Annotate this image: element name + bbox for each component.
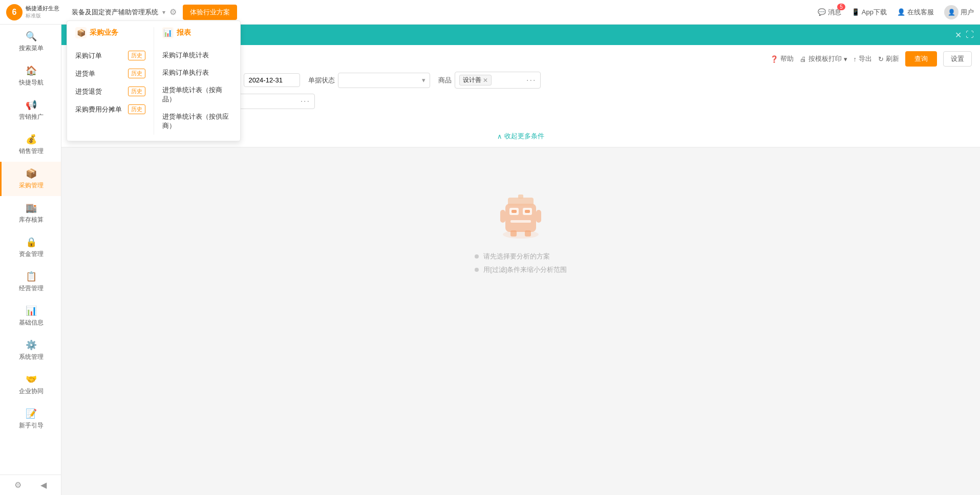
menu-item-order-exec[interactable]: 采购订单执行表	[162, 64, 232, 81]
cooperation-icon: 🤝	[26, 374, 37, 385]
print-arrow: ▾	[844, 55, 847, 63]
sidebar-item-label-search: 搜索菜单	[19, 44, 44, 53]
marketing-icon: 📢	[26, 99, 37, 111]
menu-item-receive[interactable]: 进货单 历史	[75, 64, 145, 82]
app-download-label: App下载	[862, 8, 887, 17]
report-label: 报表	[177, 28, 191, 37]
empty-tips: 请先选择要分析的方案 用[过滤]条件来缩小分析范围	[475, 250, 567, 276]
tip-circle-2	[475, 268, 479, 272]
settings-icon[interactable]: ⚙	[169, 7, 177, 17]
tip-circle-1	[475, 254, 479, 259]
sidebar-item-guide[interactable]: 📝 新手引导	[0, 402, 61, 436]
menu-item-expense[interactable]: 采购费用分摊单 历史	[75, 100, 145, 118]
home-icon: 🏠	[26, 65, 37, 76]
export-icon: ↑	[854, 55, 857, 63]
doc-status-value	[343, 76, 349, 85]
sidebar-item-cooperation[interactable]: 🤝 企业协同	[0, 368, 61, 402]
svg-rect-9	[510, 230, 517, 236]
search-icon: 🔍	[26, 31, 37, 42]
sidebar-item-quick-nav[interactable]: 🏠 快捷导航	[0, 59, 61, 93]
sidebar-settings-icon[interactable]: ⚙	[14, 480, 22, 490]
goods-tag-close[interactable]: ✕	[483, 77, 488, 84]
user-label: 用户	[961, 8, 974, 17]
badge-purchase-order: 历史	[128, 51, 145, 60]
doc-status-control[interactable]: ▾	[338, 73, 430, 88]
filter-docstatus-item: 单据状态 ▾	[308, 73, 430, 88]
doc-status-arrow: ▾	[422, 76, 425, 84]
logo-text: 畅捷通好生意 标准版	[26, 5, 59, 19]
help-label: 帮助	[780, 54, 794, 63]
sidebar-item-inventory[interactable]: 🏬 库存核算	[0, 196, 61, 230]
sidebar-item-sales[interactable]: 💰 销售管理	[0, 127, 61, 162]
refresh-icon: ↻	[878, 55, 884, 63]
goods-tag: 设计善 ✕	[459, 75, 492, 85]
date-end-input[interactable]	[244, 73, 300, 87]
content-area: 首页 销售排行榜 ✕ ✕ ⛶ ❓ 帮助 🖨	[61, 25, 980, 495]
sidebar-item-system[interactable]: ⚙️ 系统管理	[0, 333, 61, 368]
sidebar-item-label-fund: 资金管理	[19, 250, 44, 259]
title-dropdown-arrow[interactable]: ▾	[162, 9, 165, 16]
system-title: 装备及固定资产辅助管理系统	[72, 8, 158, 17]
sidebar-collapse-icon[interactable]: ◀	[40, 480, 47, 490]
report-icon: 📊	[162, 27, 174, 38]
main-layout: 🔍 搜索菜单 🏠 快捷导航 📢 营销推广 💰 销售管理 📦 采购管理 🏬 库存核…	[0, 25, 980, 495]
settings-button[interactable]: 设置	[943, 51, 972, 67]
online-service-item[interactable]: 👤 在线客服	[897, 8, 934, 17]
tab-fullscreen-icon[interactable]: ⛶	[966, 30, 974, 39]
empty-tip-1: 请先选择要分析的方案	[475, 250, 567, 263]
menu-item-receive-by-goods[interactable]: 进货单统计表（按商品）	[162, 81, 232, 108]
trial-button[interactable]: 体验行业方案	[183, 5, 237, 20]
svg-rect-12	[518, 195, 523, 199]
svg-rect-6	[510, 220, 531, 223]
tab-close-all-icon[interactable]: ✕	[955, 30, 962, 40]
sidebar-item-basic[interactable]: 📊 基础信息	[0, 299, 61, 333]
goods-label: 商品	[438, 76, 452, 85]
empty-illustration	[490, 188, 551, 240]
svg-rect-8	[536, 210, 541, 223]
print-icon: 🖨	[800, 55, 806, 63]
goods-control[interactable]: 设计善 ✕ ···	[455, 72, 541, 89]
dropdown-left-header: 📦 采购业务	[75, 27, 145, 41]
menu-item-purchase-order[interactable]: 采购订单 历史	[75, 47, 145, 64]
sidebar-item-label-sales: 销售管理	[19, 147, 44, 156]
dropdown-col-right: 📊 报表 采购订单统计表 采购订单执行表 进货单统计表（按商品） 进货单统计表（…	[154, 27, 241, 135]
menu-item-order-stat[interactable]: 采购订单统计表	[162, 47, 232, 64]
export-label: 导出	[859, 54, 872, 63]
logo-icon: 6	[6, 4, 23, 20]
phone-icon: 📱	[851, 8, 860, 16]
sidebar-item-label-system: 系统管理	[19, 353, 44, 361]
system-title-area: 装备及固定资产辅助管理系统 ▾ ⚙	[72, 7, 177, 17]
purchase-icon: 📦	[26, 168, 37, 179]
sidebar-item-label-inventory: 库存核算	[19, 216, 44, 224]
export-button[interactable]: ↑ 导出	[854, 54, 872, 63]
help-button[interactable]: ❓ 帮助	[770, 54, 794, 63]
messages-badge: 5	[837, 4, 845, 10]
operation-icon: 📋	[26, 271, 37, 282]
sidebar-item-purchase[interactable]: 📦 采购管理	[0, 162, 61, 196]
sidebar-item-operation[interactable]: 📋 经营管理	[0, 265, 61, 299]
messages-item[interactable]: 💬 消息 5	[818, 8, 841, 17]
user-item[interactable]: 👤 用户	[944, 5, 974, 19]
query-button[interactable]: 查询	[905, 51, 937, 67]
purchase-biz-icon: 📦	[75, 27, 87, 38]
print-button[interactable]: 🖨 按模板打印 ▾	[800, 54, 847, 63]
sidebar-item-search[interactable]: 🔍 搜索菜单	[0, 25, 61, 59]
salesperson-more-icon[interactable]: ···	[301, 97, 310, 106]
guide-icon: 📝	[26, 408, 37, 419]
sidebar-item-marketing[interactable]: 📢 营销推广	[0, 93, 61, 127]
collapse-label: 收起更多条件	[504, 132, 544, 141]
help-icon: ❓	[770, 55, 778, 63]
online-service-label: 在线客服	[907, 8, 934, 17]
sidebar-item-label-guide: 新手引导	[19, 421, 44, 430]
sidebar-item-fund[interactable]: 🔒 资金管理	[0, 230, 61, 265]
svg-rect-5	[525, 210, 530, 213]
menu-item-return[interactable]: 进货退货 历史	[75, 82, 145, 100]
refresh-button[interactable]: ↻ 刷新	[878, 54, 899, 63]
app-download-item[interactable]: 📱 App下载	[851, 8, 887, 17]
menu-item-receive-by-supplier[interactable]: 进货单统计表（按供应商）	[162, 108, 232, 135]
svg-rect-11	[508, 198, 534, 206]
sales-icon: 💰	[26, 134, 37, 145]
goods-more-icon[interactable]: ···	[526, 76, 536, 85]
sidebar-item-label-basic: 基础信息	[19, 318, 44, 327]
service-icon: 👤	[897, 8, 905, 16]
